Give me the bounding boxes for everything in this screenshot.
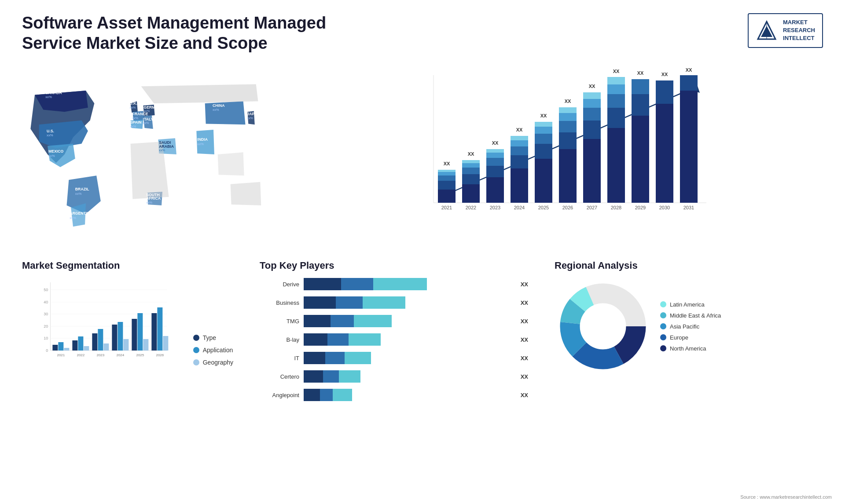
- bar-2029-l3: [632, 79, 649, 94]
- label-canada: CANADA: [45, 91, 62, 95]
- player-row: B-layXX: [260, 333, 528, 346]
- bar-2024-l2: [511, 155, 528, 168]
- label-mexico-value: xx%: [48, 154, 55, 158]
- svg-rect-19: [72, 340, 77, 351]
- bar-dark: [304, 352, 325, 364]
- label-india-value: xx%: [197, 142, 204, 146]
- logo: MARKET RESEARCH INTELLECT: [748, 13, 823, 48]
- bar-2029-l1: [632, 116, 649, 203]
- svg-text:2024: 2024: [116, 353, 124, 357]
- player-row: ITXX: [260, 352, 528, 364]
- bar-2024-l3: [511, 146, 528, 155]
- svg-text:30: 30: [44, 312, 48, 316]
- svg-rect-21: [84, 346, 89, 351]
- dot-europe: [660, 334, 666, 340]
- bar-mid: [320, 389, 333, 401]
- x-label-2021: 2021: [441, 205, 452, 210]
- label-italy: ITALY: [143, 117, 154, 121]
- dot-middle-east: [660, 312, 666, 318]
- x-label-2030: 2030: [659, 205, 670, 210]
- bar-2022-l2: [462, 174, 480, 184]
- label-china: CHINA: [213, 103, 225, 108]
- dot-asia-pacific: [660, 323, 666, 329]
- bar-mid: [331, 315, 354, 327]
- svg-text:50: 50: [44, 288, 48, 292]
- label-mexico: MEXICO: [48, 149, 64, 153]
- x-label-2029: 2029: [635, 205, 646, 210]
- bar-2030-label: XX: [661, 72, 668, 77]
- svg-rect-32: [137, 313, 143, 351]
- label-safrica2: AFRICA: [146, 197, 161, 201]
- bar-2026-l3: [559, 121, 577, 132]
- bar-2027-l5: [583, 92, 601, 99]
- header: Software Asset Management Managed Servic…: [0, 0, 845, 62]
- label-spain: SPAIN: [130, 121, 142, 125]
- label-uk: U.K.: [130, 101, 137, 106]
- player-value: XX: [521, 318, 528, 325]
- bar-2023-l3: [486, 158, 504, 166]
- svg-text:0: 0: [46, 348, 48, 353]
- bar-2024-l4: [511, 140, 528, 146]
- bar-2029-l2: [632, 94, 649, 116]
- seg-2021-geo: [64, 348, 69, 351]
- player-row: DeriveXX: [260, 278, 528, 290]
- legend-asia-pacific: Asia Pacific: [660, 323, 721, 330]
- svg-rect-31: [132, 319, 137, 351]
- svg-text:2023: 2023: [96, 353, 104, 357]
- logo-text: MARKET RESEARCH INTELLECT: [783, 18, 815, 43]
- bar-2025-l4: [535, 127, 552, 134]
- player-bar-container: [304, 389, 513, 401]
- main-content: CANADA xx% U.S. xx% MEXICO xx% BRAZIL xx…: [0, 62, 845, 416]
- bar-dark: [304, 389, 320, 401]
- logo-icon: [756, 19, 778, 41]
- bar-2025-l2: [535, 144, 552, 159]
- label-north-america: North America: [670, 345, 706, 352]
- bar-2031-l2: [680, 75, 698, 91]
- label-middle-east: Middle East & Africa: [670, 312, 721, 319]
- bar-2023-l2: [486, 166, 504, 177]
- player-row: AnglepointXX: [260, 389, 528, 401]
- bar-chart-svg: XX XX XX XX: [299, 66, 823, 242]
- label-us-value: xx%: [47, 134, 53, 138]
- label-europe: Europe: [670, 334, 688, 341]
- segmentation-title: Market Segmentation: [22, 260, 233, 271]
- legend-middle-east: Middle East & Africa: [660, 312, 721, 319]
- svg-rect-27: [112, 325, 117, 351]
- bar-2026-l4: [559, 113, 577, 121]
- x-label-2025: 2025: [538, 205, 549, 210]
- svg-text:2026: 2026: [156, 353, 164, 357]
- bar-2026-l2: [559, 132, 577, 149]
- player-name: Derive: [260, 281, 299, 288]
- legend-type: Type: [193, 334, 233, 341]
- legend-europe: Europe: [660, 334, 721, 341]
- bar-2027-l1: [583, 139, 601, 203]
- x-label-2023: 2023: [490, 205, 500, 210]
- player-bar-container: [304, 315, 513, 327]
- player-bar-container: [304, 333, 513, 346]
- seg-chart: 0 10 20 30 40 50 2021: [22, 278, 184, 366]
- bar-2022-l4: [462, 163, 480, 168]
- player-row: TMGXX: [260, 315, 528, 327]
- regional-legend: Latin America Middle East & Africa Asia …: [660, 301, 721, 352]
- page-title: Software Asset Management Managed Servic…: [22, 13, 330, 53]
- legend-dot-type: [193, 335, 199, 341]
- bar-dark: [304, 278, 341, 290]
- x-label-2028: 2028: [611, 205, 621, 210]
- bar-2022-label: XX: [468, 151, 474, 157]
- bar-2025-l5: [535, 122, 552, 127]
- player-name: Anglepoint: [260, 392, 299, 398]
- bar-2028-label: XX: [613, 69, 620, 74]
- bar-2025-l3: [535, 134, 552, 144]
- x-label-2026: 2026: [562, 205, 573, 210]
- label-japan-value: xx%: [247, 116, 253, 120]
- key-players-title: Top Key Players: [260, 260, 528, 271]
- player-bar-container: [304, 278, 513, 290]
- label-brazil-value: xx%: [75, 192, 82, 196]
- label-brazil: BRAZIL: [75, 187, 90, 191]
- label-saudi2: ARABIA: [159, 144, 174, 149]
- bar-2029-label: XX: [637, 70, 644, 76]
- bar-2022-l5: [462, 160, 480, 163]
- label-india: INDIA: [197, 137, 208, 142]
- player-value: XX: [521, 355, 528, 362]
- label-argentina-value: xx%: [70, 216, 76, 220]
